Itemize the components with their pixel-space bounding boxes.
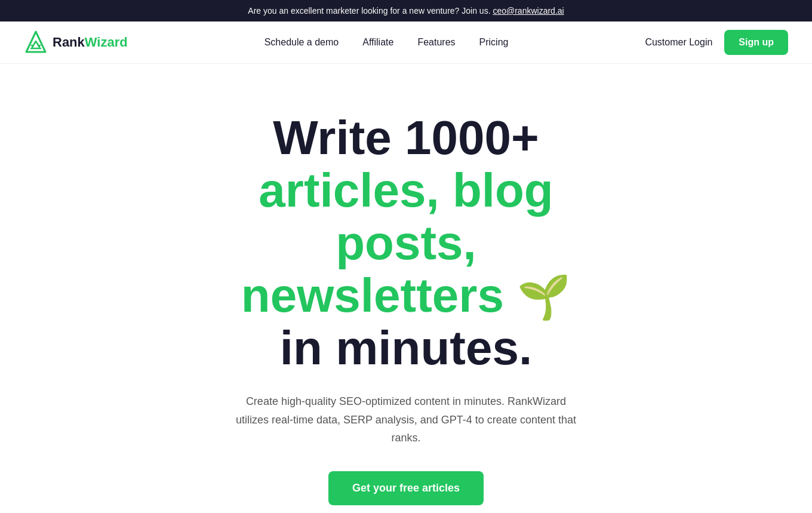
customer-login-button[interactable]: Customer Login — [645, 37, 712, 48]
hero-description: Create high-quality SEO-optimized conten… — [233, 392, 579, 447]
logo-icon — [24, 30, 48, 54]
announcement-link[interactable]: ceo@rankwizard.ai — [493, 6, 564, 16]
nav-features[interactable]: Features — [417, 37, 455, 47]
hero-title-line1: Write 1000+ — [273, 111, 539, 164]
nav-affiliate[interactable]: Affiliate — [362, 37, 393, 47]
hero-title-line4: newsletters — [241, 269, 504, 322]
nav-right: Customer Login Sign up — [645, 30, 788, 55]
navbar: RankWizard Schedule a demo Affiliate Fea… — [0, 21, 812, 64]
cta-container: Get your free articles Get 2 articles fo… — [161, 471, 651, 513]
hero-title-line5: in minutes. — [280, 321, 532, 374]
cta-button[interactable]: Get your free articles — [328, 471, 484, 505]
hero-section: Write 1000+ articles, blog posts, newsle… — [137, 64, 675, 513]
nav-pricing[interactable]: Pricing — [479, 37, 509, 47]
signup-button[interactable]: Sign up — [724, 30, 788, 55]
nav-links: Schedule a demo Affiliate Features Prici… — [264, 37, 509, 48]
logo-text: RankWizard — [53, 35, 128, 50]
hero-title: Write 1000+ articles, blog posts, newsle… — [161, 112, 651, 374]
announcement-text: Are you an excellent marketer looking fo… — [248, 6, 490, 16]
nav-schedule-demo[interactable]: Schedule a demo — [264, 37, 339, 47]
leaf-icon: 🌱 — [517, 274, 571, 321]
hero-title-line2: articles, blog — [259, 164, 553, 217]
announcement-bar: Are you an excellent marketer looking fo… — [0, 0, 812, 21]
logo[interactable]: RankWizard — [24, 30, 128, 54]
hero-title-line3: posts, — [336, 216, 476, 269]
